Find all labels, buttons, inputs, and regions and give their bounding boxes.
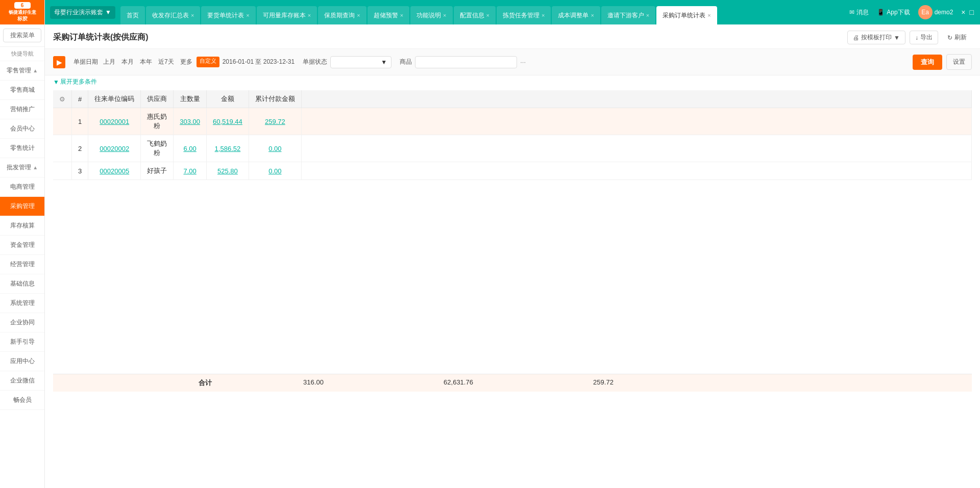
shortcut-last-month[interactable]: 上月 [101, 57, 117, 67]
sidebar-item-finance[interactable]: 资金管理 [0, 236, 44, 255]
app-download-button[interactable]: 📱 App下载 [877, 8, 910, 17]
cell-settings [53, 162, 72, 180]
cell-unit-code: 00020001 [88, 108, 141, 135]
window-maximize-button[interactable]: □ [970, 8, 974, 16]
tab-invite-customer[interactable]: 邀请下游客户 × [601, 6, 655, 24]
paid-link[interactable]: 0.00 [268, 167, 281, 175]
tab-receipt-summary[interactable]: 收发存汇总表 × [146, 6, 200, 24]
tab-close-icon[interactable]: × [542, 12, 545, 18]
sidebar-item-newbie[interactable]: 新手引导 [0, 332, 44, 352]
cell-supplier: 惠氏奶粉 [141, 108, 174, 135]
amount-link[interactable]: 60,519.44 [213, 118, 242, 125]
tab-close-icon[interactable]: × [591, 12, 594, 18]
shortcut-7days[interactable]: 近7天 [156, 57, 176, 67]
tab-pick-task[interactable]: 拣货任务管理 × [497, 6, 551, 24]
sidebar-item-wechat[interactable]: 企业微信 [0, 371, 44, 391]
refresh-button[interactable]: ↻ 刷新 [942, 31, 972, 44]
sidebar-item-member[interactable]: 畅会员 [0, 391, 44, 410]
expand-icon: ▼ [53, 79, 59, 86]
tab-close-icon[interactable]: × [191, 12, 194, 18]
unit-code-link[interactable]: 00020005 [100, 167, 129, 175]
paid-link[interactable]: 0.00 [268, 145, 281, 152]
sidebar-item-purchase[interactable]: 采购管理 [0, 197, 44, 216]
sidebar-item-quick-nav[interactable]: 快捷导航 [0, 47, 44, 61]
amount-link[interactable]: 525.80 [217, 167, 238, 175]
sidebar-item-wholesale[interactable]: 批发管理 ▲ [0, 158, 44, 177]
window-close-button[interactable]: × [961, 8, 965, 16]
sidebar-item-operations[interactable]: 经营管理 [0, 255, 44, 274]
tab-order-stats[interactable]: 要货单统计表 × [201, 6, 255, 24]
tab-close-active-icon[interactable]: × [707, 12, 710, 18]
footer-total-amount: 62,631.76 [386, 378, 531, 388]
avatar: Ea [918, 5, 933, 19]
shortcut-this-month[interactable]: 本月 [119, 57, 136, 67]
goods-input[interactable] [415, 56, 517, 68]
th-supplier: 供应商 [141, 90, 174, 108]
unit-code-link[interactable]: 00020002 [100, 145, 129, 152]
tab-function-desc[interactable]: 功能说明 × [410, 6, 452, 24]
tab-available-stock[interactable]: 可用量库存账本 × [257, 6, 317, 24]
message-button[interactable]: ✉ 消息 [849, 8, 869, 17]
tab-close-icon[interactable]: × [246, 12, 249, 18]
print-icon: 🖨 [853, 34, 859, 41]
sidebar-item-member-center[interactable]: 会员中心 [0, 119, 44, 139]
shortcut-more[interactable]: 更多 [178, 57, 194, 67]
export-button[interactable]: ↓ 导出 [910, 31, 938, 44]
cell-unit-code: 00020005 [88, 162, 141, 180]
shortcut-this-year[interactable]: 本年 [138, 57, 154, 67]
user-profile-button[interactable]: Ea demo2 [918, 5, 953, 19]
search-menu-button[interactable]: 搜索菜单 [3, 29, 41, 42]
unit-code-link[interactable]: 00020001 [100, 118, 129, 125]
cell-paid: 259.72 [249, 108, 301, 135]
sidebar-item-retail-mgmt[interactable]: 零售管理 ▲ [0, 61, 44, 81]
cell-empty [301, 108, 971, 135]
sidebar-item-retail-stats[interactable]: 零售统计 [0, 139, 44, 158]
query-button[interactable]: 查询 [913, 55, 942, 70]
status-filter-group: 单据状态 ▼ [303, 56, 391, 68]
tab-close-icon[interactable]: × [400, 12, 403, 18]
settings-button[interactable]: 设置 [946, 54, 972, 70]
amount-link[interactable]: 1,586.52 [215, 145, 241, 152]
tab-home[interactable]: 首页 [120, 6, 145, 24]
tab-config[interactable]: 配置信息 × [454, 6, 496, 24]
sidebar-item-retail-shop[interactable]: 零售商城 [0, 81, 44, 100]
date-range-text: 2016-01-01 至 2023-12-31 [223, 58, 295, 66]
cell-unit-code: 00020002 [88, 135, 141, 162]
quantity-link[interactable]: 7.00 [183, 167, 196, 175]
tab-close-icon[interactable]: × [357, 12, 360, 18]
table-row: 3 00020005 好孩子 7.00 525.80 0.00 [53, 162, 972, 180]
date-shortcuts: 上月 本月 本年 近7天 更多 自定义 [101, 57, 219, 67]
paid-link[interactable]: 259.72 [265, 118, 285, 125]
footer-total-label: 合计 [169, 378, 241, 388]
tab-purchase-stats[interactable]: 采购订单统计表 × [656, 6, 717, 24]
sidebar-item-system[interactable]: 系统管理 [0, 294, 44, 313]
cell-amount: 525.80 [207, 162, 249, 180]
th-extra [301, 90, 971, 108]
quantity-link[interactable]: 303.00 [180, 118, 200, 125]
app-logo: 6 畅捷通好生意 标胶 [0, 0, 44, 24]
print-button[interactable]: 🖨 按模板打印 ▼ [847, 31, 905, 44]
tab-close-icon[interactable]: × [486, 12, 489, 18]
tab-close-icon[interactable]: × [308, 12, 311, 18]
filter-toggle-button[interactable]: ▶ [53, 56, 65, 68]
tab-expiry-query[interactable]: 保质期查询 × [318, 6, 366, 24]
sidebar-item-basic-info[interactable]: 基础信息 [0, 274, 44, 294]
refresh-icon: ↻ [947, 34, 952, 41]
workspace-selector[interactable]: 母婴行业演示账套 ▼ [50, 6, 115, 19]
tab-overstock[interactable]: 超储预警 × [368, 6, 409, 24]
tab-close-icon[interactable]: × [443, 12, 446, 18]
table-settings-icon[interactable]: ⚙ [59, 95, 65, 103]
status-select[interactable]: ▼ [330, 56, 391, 68]
expand-more-button[interactable]: ▼ 展开更多条件 [53, 78, 97, 86]
sidebar-item-inventory[interactable]: 库存核算 [0, 216, 44, 236]
sidebar-item-enterprise[interactable]: 企业协同 [0, 313, 44, 332]
goods-filter-label: 商品 [400, 58, 412, 66]
tab-cost-adjust[interactable]: 成本调整单 × [552, 6, 600, 24]
cell-index: 3 [72, 162, 88, 180]
sidebar-item-marketing[interactable]: 营销推广 [0, 100, 44, 119]
page-actions: 🖨 按模板打印 ▼ ↓ 导出 ↻ 刷新 [847, 31, 972, 44]
quantity-link[interactable]: 6.00 [183, 145, 196, 152]
sidebar-item-app-center[interactable]: 应用中心 [0, 352, 44, 371]
sidebar-item-ecommerce[interactable]: 电商管理 [0, 177, 44, 197]
tab-close-icon[interactable]: × [646, 12, 649, 18]
